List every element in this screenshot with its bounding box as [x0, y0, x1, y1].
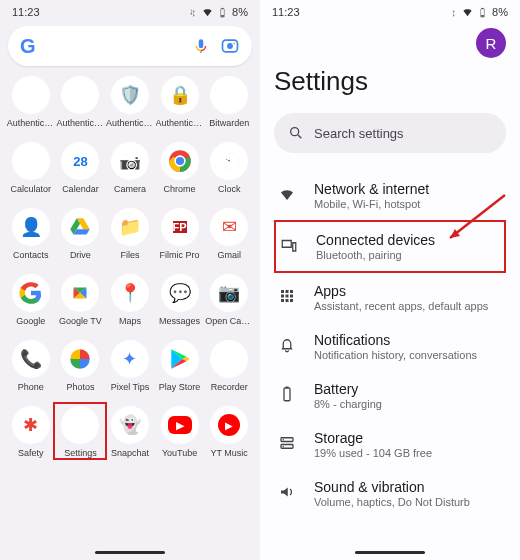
- app-snapchat[interactable]: 👻 Snapchat: [106, 406, 154, 458]
- settings-item-connected-devices[interactable]: Connected devices Bluetooth, pairing: [274, 220, 506, 273]
- settings-item-apps[interactable]: Apps Assistant, recent apps, default app…: [274, 273, 506, 322]
- settings-item-sound-vibration[interactable]: Sound & vibration Volume, haptics, Do No…: [274, 469, 506, 518]
- svg-rect-7: [482, 7, 484, 8]
- app-maps[interactable]: 📍 Maps: [106, 274, 154, 326]
- app-label: Snapchat: [106, 448, 154, 458]
- app-label: Authentica...: [106, 118, 154, 128]
- svg-rect-12: [284, 388, 290, 401]
- search-icon: [288, 125, 304, 141]
- app-icon: 👻: [111, 406, 149, 444]
- app-label: Clock: [205, 184, 253, 194]
- app-calculator[interactable]: ⊕ Calculator: [7, 142, 55, 194]
- google-search-bar[interactable]: G: [8, 26, 252, 66]
- app-icon: 👤: [12, 208, 50, 246]
- app-label: Open Cam...: [205, 316, 253, 326]
- app-icon: [61, 274, 99, 312]
- app-authentica[interactable]: 🔒 Authentica...: [156, 76, 204, 128]
- app-authentica[interactable]: A Authentica...: [7, 76, 55, 128]
- app-label: Calendar: [56, 184, 104, 194]
- settings-list: Network & internet Mobile, Wi-Fi, hotspo…: [274, 171, 506, 518]
- app-contacts[interactable]: 👤 Contacts: [7, 208, 55, 260]
- profile-avatar[interactable]: R: [476, 28, 506, 58]
- highlight-box: [53, 402, 107, 460]
- app-clock[interactable]: 🕙 Clock: [205, 142, 253, 194]
- app-icon: [61, 208, 99, 246]
- app-safety[interactable]: ✱ Safety: [7, 406, 55, 458]
- settings-item-notifications[interactable]: Notifications Notification history, conv…: [274, 322, 506, 371]
- app-filmic-pro[interactable]: FP Filmic Pro: [156, 208, 204, 260]
- settings-item-subtitle: 8% - charging: [314, 398, 382, 410]
- app-icon: [12, 274, 50, 312]
- google-logo-icon: G: [20, 35, 36, 58]
- settings-item-storage[interactable]: Storage 19% used - 104 GB free: [274, 420, 506, 469]
- app-label: Recorder: [205, 382, 253, 392]
- app-authentica[interactable]: 🛡️ Authentica...: [106, 76, 154, 128]
- navigation-handle[interactable]: [355, 551, 425, 554]
- app-label: Photos: [56, 382, 104, 392]
- app-drawer-screen: 11:23 8% G A Authentica... ◎ Authentica.…: [0, 0, 260, 560]
- app-label: Filmic Pro: [156, 250, 204, 260]
- wifi-icon: [202, 7, 213, 18]
- app-label: Files: [106, 250, 154, 260]
- lens-icon[interactable]: [220, 36, 240, 56]
- sound-icon: [276, 481, 298, 503]
- settings-item-subtitle: Volume, haptics, Do Not Disturb: [314, 496, 470, 508]
- app-label: Chrome: [156, 184, 204, 194]
- app-pixel-tips[interactable]: ✦ Pixel Tips: [106, 340, 154, 392]
- app-icon: 🛡️: [111, 76, 149, 114]
- app-label: Contacts: [7, 250, 55, 260]
- app-icon: FP: [161, 208, 199, 246]
- apps-icon: [276, 285, 298, 307]
- app-files[interactable]: 📁 Files: [106, 208, 154, 260]
- settings-item-subtitle: Assistant, recent apps, default apps: [314, 300, 488, 312]
- svg-point-5: [233, 43, 235, 45]
- search-placeholder: Search settings: [314, 126, 404, 141]
- app-google-tv[interactable]: Google TV: [56, 274, 104, 326]
- svg-line-11: [450, 195, 505, 238]
- svg-point-17: [283, 446, 285, 448]
- app-gmail[interactable]: ✉ Gmail: [205, 208, 253, 260]
- app-bitwarden[interactable]: 🛡 Bitwarden: [205, 76, 253, 128]
- bluetooth-icon: [187, 7, 198, 18]
- bluetooth-icon: [447, 7, 458, 18]
- settings-item-title: Notifications: [314, 332, 477, 348]
- settings-item-battery[interactable]: Battery 8% - charging: [274, 371, 506, 420]
- app-camera[interactable]: 📷 Camera: [106, 142, 154, 194]
- settings-item-title: Sound & vibration: [314, 479, 470, 495]
- app-google[interactable]: Google: [7, 274, 55, 326]
- status-icons: 8%: [187, 6, 248, 18]
- mic-icon[interactable]: [192, 37, 210, 55]
- app-icon: [161, 142, 199, 180]
- app-yt-music[interactable]: ▶ YT Music: [205, 406, 253, 458]
- app-label: Authentica...: [156, 118, 204, 128]
- settings-item-subtitle: 19% used - 104 GB free: [314, 447, 432, 459]
- app-label: Safety: [7, 448, 55, 458]
- app-chrome[interactable]: Chrome: [156, 142, 204, 194]
- app-label: YouTube: [156, 448, 204, 458]
- app-open-cam[interactable]: 📷 Open Cam...: [205, 274, 253, 326]
- apps-grid: A Authentica... ◎ Authentica... 🛡️ Authe…: [0, 76, 260, 458]
- app-photos[interactable]: Photos: [56, 340, 104, 392]
- app-icon: 📍: [111, 274, 149, 312]
- app-label: Play Store: [156, 382, 204, 392]
- app-recorder[interactable]: ≡ Recorder: [205, 340, 253, 392]
- status-battery-pct: 8%: [232, 6, 248, 18]
- app-phone[interactable]: 📞 Phone: [7, 340, 55, 392]
- app-play-store[interactable]: Play Store: [156, 340, 204, 392]
- settings-item-subtitle: Notification history, conversations: [314, 349, 477, 361]
- battery-icon: [217, 7, 228, 18]
- search-settings-input[interactable]: Search settings: [274, 113, 506, 153]
- app-calendar[interactable]: 28 Calendar: [56, 142, 104, 194]
- app-icon: [161, 340, 199, 378]
- app-authentica[interactable]: ◎ Authentica...: [56, 76, 104, 128]
- annotation-arrow: [430, 190, 510, 250]
- app-drive[interactable]: Drive: [56, 208, 104, 260]
- app-youtube[interactable]: ▶ YouTube: [156, 406, 204, 458]
- settings-item-title: Network & internet: [314, 181, 429, 197]
- svg-rect-2: [221, 15, 224, 16]
- app-settings[interactable]: ⚙ Settings: [56, 406, 104, 458]
- app-messages[interactable]: 💬 Messages: [156, 274, 204, 326]
- navigation-handle[interactable]: [95, 551, 165, 554]
- app-icon: 📷: [210, 274, 248, 312]
- svg-point-4: [227, 43, 233, 49]
